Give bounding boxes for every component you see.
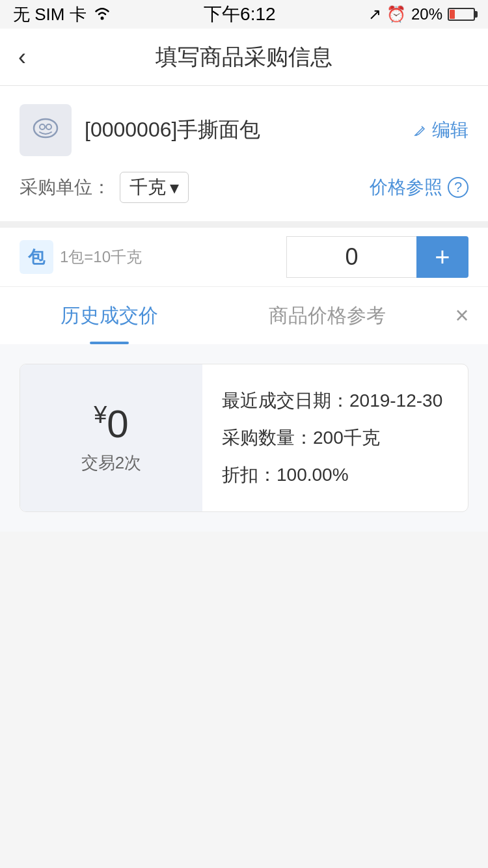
svg-point-3 <box>46 124 51 129</box>
recent-date-value: 2019-12-30 <box>349 390 442 411</box>
page-title: 填写商品采购信息 <box>156 42 332 72</box>
unit-sub-label: 1包=10千克 <box>60 247 142 267</box>
recent-date-row: 最近成交日期：2019-12-30 <box>222 388 448 413</box>
back-button[interactable]: ‹ <box>18 44 26 71</box>
currency-symbol: ¥ <box>94 401 107 428</box>
history-details-right: 最近成交日期：2019-12-30 采购数量：200千克 折扣：100.00% <box>202 364 468 511</box>
purchase-qty-label: 采购数量： <box>222 427 313 448</box>
wifi-icon <box>93 5 111 25</box>
alarm-icon: ⏰ <box>386 5 406 23</box>
product-left: [0000006]手撕面包 <box>20 104 260 156</box>
unit-label: 采购单位： <box>20 177 111 197</box>
status-left: 无 SIM 卡 <box>13 3 111 26</box>
history-card: ¥0 交易2次 最近成交日期：2019-12-30 采购数量：200千克 折扣：… <box>20 364 468 512</box>
signal-text: 无 SIM 卡 <box>13 3 87 26</box>
discount-row: 折扣：100.00% <box>222 462 448 487</box>
product-section: [0000006]手撕面包 编辑 采购单位： 千克 ▾ 价格参照 ? <box>0 86 488 221</box>
purchase-qty-row: 采购数量：200千克 <box>222 425 448 450</box>
history-price-display: ¥0 <box>94 401 128 446</box>
quantity-plus-button[interactable]: + <box>416 236 468 278</box>
quantity-controls: + <box>286 236 468 278</box>
quantity-section: 包 1包=10千克 + <box>0 228 488 286</box>
tab-product-price[interactable]: 商品价格参考 <box>218 287 436 344</box>
help-icon[interactable]: ? <box>448 177 468 198</box>
svg-point-2 <box>40 124 45 129</box>
unit-value: 千克 <box>129 175 166 200</box>
divider <box>0 221 488 228</box>
quantity-input[interactable] <box>286 236 416 278</box>
history-content: ¥0 交易2次 最近成交日期：2019-12-30 采购数量：200千克 折扣：… <box>0 344 488 532</box>
edit-label: 编辑 <box>432 118 468 142</box>
status-time: 下午6:12 <box>204 2 276 27</box>
unit-row-left: 采购单位： 千克 ▾ <box>20 172 189 203</box>
unit-select[interactable]: 千克 ▾ <box>120 172 189 203</box>
edit-button[interactable]: 编辑 <box>413 118 468 142</box>
product-header: [0000006]手撕面包 编辑 <box>20 104 468 156</box>
purchase-qty-value: 200千克 <box>313 427 380 448</box>
tabs-section: 历史成交价 商品价格参考 × ¥0 交易2次 最近成交日期：2019-12-30… <box>0 286 488 532</box>
quantity-unit-info: 包 1包=10千克 <box>20 240 142 274</box>
product-name: [0000006]手撕面包 <box>85 116 260 144</box>
discount-label: 折扣： <box>222 465 277 485</box>
recent-date-label: 最近成交日期： <box>222 390 349 411</box>
product-unit-row: 采购单位： 千克 ▾ 价格参照 ? <box>20 172 468 203</box>
product-thumbnail <box>20 104 72 156</box>
tab-product-label: 商品价格参考 <box>269 303 386 329</box>
svg-point-0 <box>100 16 103 20</box>
unit-badge: 包 <box>20 240 53 274</box>
location-icon: ↗ <box>368 5 381 23</box>
transaction-count: 交易2次 <box>81 452 141 474</box>
nav-bar: ‹ 填写商品采购信息 <box>0 29 488 86</box>
price-value: 0 <box>107 402 128 446</box>
status-right: ↗ ⏰ 20% <box>368 5 475 23</box>
battery-icon <box>448 8 475 21</box>
price-ref-label: 价格参照 <box>370 175 442 200</box>
tab-close-button[interactable]: × <box>436 302 488 329</box>
status-bar: 无 SIM 卡 下午6:12 ↗ ⏰ 20% <box>0 0 488 29</box>
tab-history-label: 历史成交价 <box>61 303 158 329</box>
price-ref-button[interactable]: 价格参照 ? <box>370 175 468 200</box>
discount-value: 100.00% <box>277 465 349 485</box>
tabs-header: 历史成交价 商品价格参考 × <box>0 287 488 344</box>
tab-history-price[interactable]: 历史成交价 <box>0 287 218 344</box>
dropdown-icon: ▾ <box>170 177 179 198</box>
battery-percent: 20% <box>411 5 442 23</box>
history-price-left: ¥0 交易2次 <box>20 364 202 511</box>
